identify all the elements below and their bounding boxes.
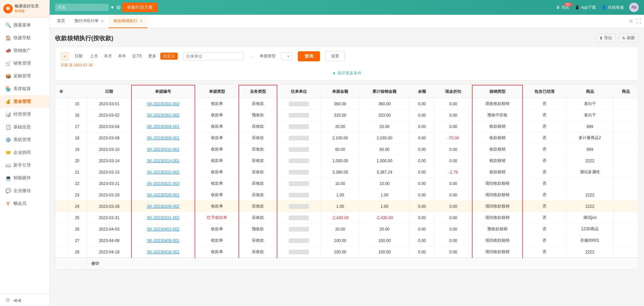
sidebar-item-label: 畅会员 <box>13 200 26 206</box>
cell-doc-no[interactable]: SK-20230418-001 <box>131 246 195 258</box>
settings-icon[interactable]: ⚙ <box>5 297 10 303</box>
sidebar-item-basic[interactable]: 📋 基础信息 <box>0 121 49 133</box>
table-row[interactable]: 24 2023-03-28 SK-20230328-002 收款单 应收款 1.… <box>55 201 638 212</box>
sidebar-item-shortcut[interactable]: 🏠 快捷导航 <box>0 32 49 44</box>
table-row[interactable]: 16 2023-03-02 SK-20230302-002 收款单 预收款 33… <box>55 110 638 121</box>
sidebar-item-hardware[interactable]: 💻 智能硬件 <box>0 172 49 184</box>
filter-date-this-year[interactable]: 本年 <box>116 53 128 60</box>
cell-doc-no[interactable]: SK-20230304-001 <box>131 121 195 132</box>
table-row[interactable]: 22 2023-03-21 SK-20230321-003 收款单 应收款 10… <box>55 178 638 189</box>
cell-unit <box>277 178 321 189</box>
filter-date-this-month[interactable]: 本月 <box>102 53 114 60</box>
sidebar-item-purchase[interactable]: 📦 采购管理 <box>0 70 49 82</box>
cell-doc-no[interactable]: SK-20230315-002 <box>131 167 195 178</box>
filter-query-btn[interactable]: 查询 <box>298 51 320 61</box>
cell-product: 2222 <box>566 155 613 167</box>
filter-unit-input[interactable] <box>183 52 244 60</box>
refresh-icon: ↻ <box>622 36 626 41</box>
table-row[interactable]: 28 2023-04-18 SK-20230418-001 收款单 应收款 10… <box>55 246 638 258</box>
table-row[interactable]: 27 2023-04-08 SK-20230408-001 收款单 应收款 10… <box>55 235 638 246</box>
sidebar-item-cooperation[interactable]: 🤝 企业协同 <box>0 146 49 159</box>
solution-btn[interactable]: 体验行业方案 <box>122 3 158 12</box>
tab-advance[interactable]: 预付冲应付单 ✕ <box>70 15 109 28</box>
cell-unit <box>277 224 321 235</box>
cell-cancel-type: 现收收款核销 <box>472 98 523 110</box>
cell-biz-type: 预收款 <box>239 224 277 235</box>
filter-date-more[interactable]: 更多 <box>146 53 158 60</box>
cell-include-settled: 否 <box>523 121 567 132</box>
filter-date-last-month[interactable]: 上月 <box>88 53 100 60</box>
table-row[interactable]: 23 2023-03-28 SK-20230328-001 收款单 应收款 1.… <box>55 189 638 201</box>
collapse-icon[interactable]: ◀◀ <box>13 297 21 303</box>
user-avatar[interactable]: Rit <box>629 3 639 12</box>
cell-doc-no[interactable]: SK-20230301-002 <box>131 98 195 110</box>
table-row[interactable]: 26 2023-04-03 SK-20230403-002 收款单 预收款 20… <box>55 224 638 235</box>
export-btn[interactable]: ⬆ 导出 <box>596 34 616 43</box>
cell-unit <box>277 201 321 212</box>
table-row[interactable]: 19 2023-03-10 SK-20230310-001 收款单 应收款 60… <box>55 144 638 155</box>
tab-home[interactable]: 首页 <box>52 15 70 28</box>
cell-date: 2023-03-21 <box>87 178 131 189</box>
col-header-gear[interactable]: ⚙ <box>55 85 67 98</box>
tab-receipt-cancel[interactable]: 收款核销执行 ✕ <box>109 15 148 28</box>
cell-cancel-amount: 2,030.00 <box>360 132 409 144</box>
cell-doc-no[interactable]: SK-20230331-002 <box>131 212 195 224</box>
cell-cancel-amount: 60.00 <box>360 144 409 155</box>
cell-cancel-amount: 360.00 <box>360 98 409 110</box>
online-service-btn[interactable]: 👤 在线客服 <box>601 5 624 10</box>
table-row[interactable]: 25 2023-03-31 SK-20230331-002 红字收款单 应收款 … <box>55 212 638 224</box>
sidebar-item-search[interactable]: 🔍 搜索菜单 <box>0 19 49 32</box>
sidebar-item-finance[interactable]: 💰 资金管理 <box>0 95 49 108</box>
cell-doc-no[interactable]: SK-20230408-001 <box>131 235 195 246</box>
cell-unit <box>277 98 321 110</box>
cell-doc-no[interactable]: SK-20230403-002 <box>131 224 195 235</box>
tab-receipt-cancel-close[interactable]: ✕ <box>140 19 143 23</box>
cell-doc-no[interactable]: SK-20230328-002 <box>131 201 195 212</box>
cell-include-settled: 否 <box>523 110 567 121</box>
finance-icon: 💰 <box>5 99 11 104</box>
table-row[interactable]: 20 2023-03-14 SK-20230314-001 收款单 应收款 1,… <box>55 155 638 167</box>
tab-close-all-btn[interactable]: ✕ <box>629 18 633 24</box>
sidebar-item-operation[interactable]: 📊 经营管理 <box>0 108 49 121</box>
cell-biz-type: 应收款 <box>239 132 277 144</box>
table-row[interactable]: 17 2023-03-04 SK-20230304-001 收款单 应收款 20… <box>55 121 638 132</box>
tab-advance-close[interactable]: ✕ <box>101 19 104 23</box>
table-row[interactable]: 18 2023-03-08 SK-20230308-001 收款单 应收款 2,… <box>55 132 638 144</box>
sidebar-item-marketing[interactable]: 📣 营销推广 <box>0 44 49 57</box>
sidebar-item-system[interactable]: ⚙️ 系统管理 <box>0 133 49 146</box>
topbar-search-input[interactable] <box>55 4 109 11</box>
cell-product2 <box>613 178 638 189</box>
sidebar-item-wechat[interactable]: 💬 企业微信 <box>0 184 49 197</box>
filter-date-7days[interactable]: 近7天 <box>130 53 145 60</box>
cell-doc-no[interactable]: SK-20230310-001 <box>131 144 195 155</box>
topbar-message-btn[interactable]: 🖥 消息 99+ <box>556 5 569 10</box>
sidebar-item-sales[interactable]: 🛒 销售管理 <box>0 57 49 70</box>
app-download-btn[interactable]: 📱 App下载 <box>575 5 596 10</box>
cell-product: 老白干 <box>566 110 613 121</box>
filter-collapse-btn[interactable]: » <box>61 52 69 60</box>
cell-cash-discount: -70.00 <box>434 132 472 144</box>
filter-custom-btn[interactable]: 自定义 <box>160 53 178 60</box>
filter-area: » 日期 上月 本月 本年 近7天 更多 自定义 ··· 单据类型 <box>55 47 639 80</box>
table-row[interactable]: 21 2023-03-15 SK-20230315-002 收款单 应收款 3,… <box>55 167 638 178</box>
cell-product2 <box>613 110 638 121</box>
cell-doc-no[interactable]: SK-20230314-001 <box>131 155 195 167</box>
sidebar-item-guide[interactable]: 📖 新手引导 <box>0 159 49 172</box>
table-row[interactable]: 15 2023-03-01 SK-20230301-002 收款单 应收款 36… <box>55 98 638 110</box>
cell-index: 28 <box>67 246 87 258</box>
cell-doc-no[interactable]: SK-20230321-003 <box>131 178 195 189</box>
cell-doc-no[interactable]: SK-20230328-001 <box>131 189 195 201</box>
sidebar-item-member[interactable]: V 畅会员 <box>0 197 49 210</box>
tab-maximize-btn[interactable]: ⛶ <box>636 18 641 24</box>
topbar-dropdown-btn[interactable]: ▼ <box>110 5 115 10</box>
cell-gear <box>55 167 67 178</box>
filter-settings-btn[interactable]: 设置 <box>325 51 345 61</box>
filter-expand-btn[interactable]: ▼ 展开更多条件 <box>332 70 362 76</box>
refresh-btn[interactable]: ↻ 刷新 <box>619 34 639 43</box>
filter-type-select[interactable] <box>281 52 292 60</box>
sidebar-item-inventory[interactable]: 🏪 库存核算 <box>0 82 49 95</box>
cell-doc-no[interactable]: SK-20230302-002 <box>131 110 195 121</box>
cell-product: 2222 <box>566 246 613 258</box>
cell-doc-no[interactable]: SK-20230308-001 <box>131 132 195 144</box>
topbar-gear-btn[interactable]: ⚙ <box>116 4 121 11</box>
